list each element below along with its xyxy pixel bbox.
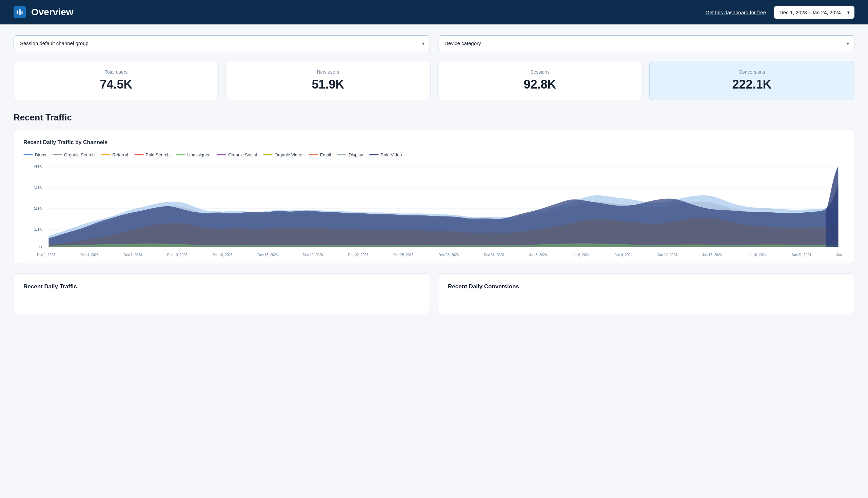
x-label-jan15: Jan 15, 2024	[702, 253, 722, 257]
x-label-dec22: Dec 22, 2023	[348, 253, 369, 257]
x-label-dec10: Dec 10, 2023	[167, 253, 187, 257]
chart-card: Recent Daily Traffic by Channels Direct …	[14, 130, 854, 264]
legend-item: Unassigned	[176, 152, 211, 157]
stat-value: 222.1K	[659, 77, 845, 92]
recent-daily-conversions-card: Recent Daily Conversions	[438, 273, 854, 314]
legend-item: Organic Search	[53, 152, 95, 157]
legend-item: Paid Search	[134, 152, 170, 157]
stat-card: Conversions 222.1K	[649, 61, 854, 100]
legend-color	[101, 154, 110, 155]
stat-card: New users 51.9K	[226, 61, 431, 100]
legend-color	[309, 154, 318, 155]
svg-text:4K: 4K	[34, 164, 42, 168]
stat-card: Total users 74.5K	[14, 61, 219, 100]
legend-item: Organic Video	[263, 152, 303, 157]
x-label-dec7: Dec 7, 2023	[124, 253, 142, 257]
stat-label: Conversions	[659, 69, 845, 75]
x-label-dec31: Dec 31, 2023	[484, 253, 504, 257]
x-label-jan-end: Jan...	[836, 253, 844, 257]
chart-legend: Direct Organic Search Referral Paid Sear…	[23, 152, 845, 157]
legend-item: Display	[337, 152, 363, 157]
get-dashboard-link[interactable]: Get this dashboard for free	[706, 10, 766, 15]
app-title: Overview	[31, 7, 74, 18]
x-label-jan21: Jan 21, 2024	[792, 253, 811, 257]
x-label-dec1: Dec 1, 2023	[37, 253, 55, 257]
legend-label: Organic Search	[64, 152, 95, 157]
legend-color	[217, 154, 226, 155]
device-category-select[interactable]: Device category	[438, 35, 854, 51]
legend-color	[176, 154, 185, 155]
traffic-chart: 4K 3K 2K 1K 0	[23, 163, 845, 251]
x-label-dec25: Dec 25, 2023	[393, 253, 414, 257]
date-range-select[interactable]: Dec 1, 2023 - Jan 24, 2024	[774, 6, 854, 19]
x-label-jan9: Jan 9, 2024	[615, 253, 632, 257]
svg-text:3K: 3K	[34, 185, 42, 189]
stat-value: 51.9K	[235, 77, 421, 92]
svg-text:2K: 2K	[34, 206, 42, 210]
legend-color	[369, 154, 379, 155]
legend-color	[337, 154, 347, 155]
header: Overview Get this dashboard for free Dec…	[0, 0, 868, 24]
channel-group-select[interactable]: Session default channel group	[14, 35, 430, 51]
recent-traffic-title: Recent Traffic	[14, 112, 854, 123]
device-category-filter-wrapper: Device category	[438, 35, 854, 51]
legend-label: Organic Social	[228, 152, 257, 157]
main-content: Session default channel group Device cat…	[0, 24, 868, 325]
x-label-dec28: Dec 28, 2023	[439, 253, 459, 257]
legend-label: Unassigned	[187, 152, 211, 157]
x-label-jan18: Jan 18, 2024	[747, 253, 766, 257]
x-label-jan6: Jan 6, 2024	[572, 253, 590, 257]
legend-item: Paid Video	[369, 152, 402, 157]
legend-item: Referral	[101, 152, 128, 157]
legend-label: Display	[349, 152, 363, 157]
recent-daily-traffic-title: Recent Daily Traffic	[23, 283, 420, 290]
x-label-dec4: Dec 4, 2023	[80, 253, 99, 257]
chart-area: 4K 3K 2K 1K 0	[23, 163, 845, 257]
legend-color	[23, 154, 33, 155]
recent-daily-conversions-title: Recent Daily Conversions	[448, 283, 845, 290]
x-label-dec19: Dec 19, 2023	[303, 253, 323, 257]
legend-label: Referral	[112, 152, 128, 157]
x-label-jan12: Jan 12, 2024	[657, 253, 677, 257]
header-right: Get this dashboard for free Dec 1, 2023 …	[706, 6, 854, 19]
logo-icon	[14, 6, 26, 18]
legend-item: Email	[309, 152, 331, 157]
header-left: Overview	[14, 6, 74, 18]
legend-label: Email	[320, 152, 331, 157]
x-label-dec13: Dec 13, 2023	[212, 253, 232, 257]
legend-color	[263, 154, 272, 155]
x-label-jan3: Jan 3, 2024	[529, 253, 547, 257]
stat-label: Sessions	[447, 69, 633, 75]
stat-label: New users	[235, 69, 421, 75]
legend-label: Paid Video	[381, 152, 402, 157]
legend-item: Direct	[23, 152, 46, 157]
legend-label: Organic Video	[275, 152, 303, 157]
legend-color	[134, 154, 144, 155]
legend-item: Organic Social	[217, 152, 257, 157]
svg-text:1K: 1K	[34, 227, 42, 231]
bottom-row: Recent Daily Traffic Recent Daily Conver…	[14, 273, 854, 314]
stat-card: Sessions 92.8K	[437, 61, 642, 100]
svg-rect-1	[19, 9, 21, 15]
svg-rect-0	[17, 11, 18, 14]
stat-value: 92.8K	[447, 77, 633, 92]
x-label-dec16: Dec 16, 2023	[258, 253, 278, 257]
recent-daily-traffic-card: Recent Daily Traffic	[14, 273, 430, 314]
stat-label: Total users	[23, 69, 209, 75]
filter-row: Session default channel group Device cat…	[14, 35, 854, 51]
legend-label: Direct	[35, 152, 46, 157]
legend-label: Paid Search	[146, 152, 170, 157]
svg-text:0: 0	[38, 245, 42, 249]
chart-title: Recent Daily Traffic by Channels	[23, 140, 845, 145]
channel-group-filter-wrapper: Session default channel group	[14, 35, 430, 51]
legend-color	[53, 154, 62, 155]
stat-value: 74.5K	[23, 77, 209, 92]
stats-row: Total users 74.5KNew users 51.9KSessions…	[14, 61, 854, 100]
date-range-wrapper: Dec 1, 2023 - Jan 24, 2024	[774, 6, 854, 19]
svg-rect-2	[21, 11, 23, 14]
